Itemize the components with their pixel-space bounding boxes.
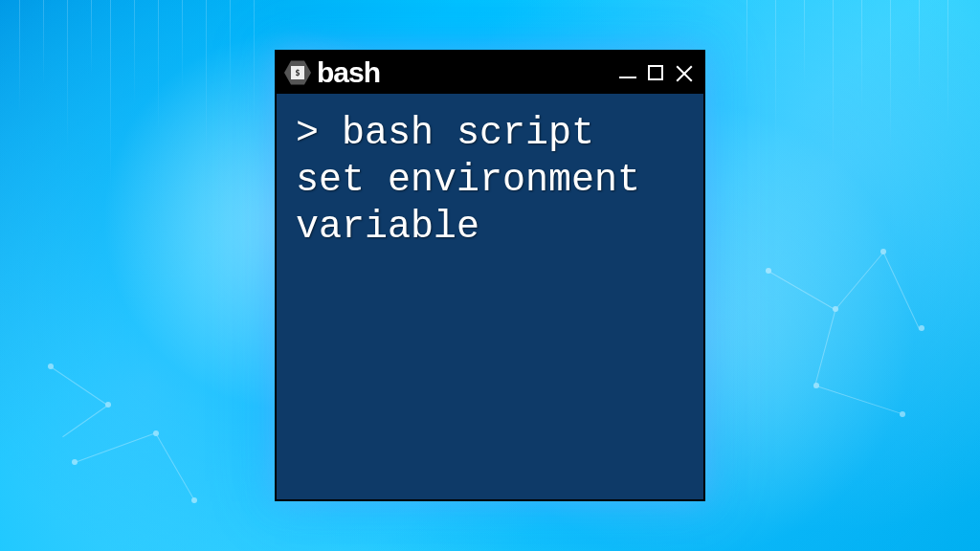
- minimize-icon[interactable]: [619, 77, 636, 78]
- command-text: bash script set environment variable: [296, 112, 640, 249]
- titlebar[interactable]: $ bash: [277, 52, 703, 94]
- terminal-body[interactable]: > bash script set environment variable: [277, 94, 703, 268]
- titlebar-left: $ bash: [284, 56, 380, 89]
- window-title: bash: [317, 56, 380, 89]
- terminal-window: $ bash > bash script set environment var…: [275, 50, 705, 501]
- window-controls: [619, 63, 694, 82]
- prompt-symbol: >: [296, 112, 319, 155]
- maximize-icon[interactable]: [648, 65, 663, 80]
- bash-icon: $: [284, 59, 311, 86]
- close-icon[interactable]: [675, 63, 694, 82]
